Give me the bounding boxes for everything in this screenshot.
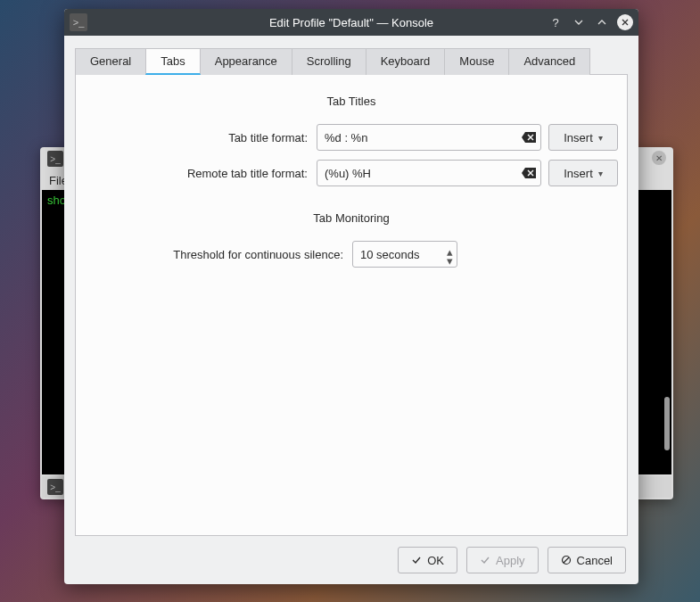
dialog-button-row: OK Apply Cancel: [64, 536, 638, 584]
ok-button[interactable]: OK: [398, 547, 457, 573]
minimize-button[interactable]: [571, 14, 587, 30]
dialog-titlebar[interactable]: >_ Edit Profile "Default" — Konsole ?: [64, 9, 638, 36]
label-tab-title-format: Tab title format:: [85, 131, 317, 144]
cancel-button-label: Cancel: [577, 554, 613, 567]
backspace-icon: [522, 168, 536, 178]
tab-general[interactable]: General: [75, 48, 146, 75]
row-tab-title-format: Tab title format: Insert ▾: [85, 124, 618, 151]
backspace-icon: [522, 132, 536, 143]
check-icon: [411, 555, 422, 565]
remote-tab-title-format-input[interactable]: [317, 160, 541, 186]
clear-tab-title-button[interactable]: [520, 128, 538, 146]
silence-threshold-value: 10 seconds: [360, 248, 447, 261]
insert-button-label: Insert: [564, 167, 593, 180]
tab-appearance[interactable]: Appearance: [200, 48, 292, 75]
tab-tabs[interactable]: Tabs: [145, 48, 200, 75]
cancel-icon: [561, 555, 572, 565]
chevron-down-icon: ▾: [598, 169, 603, 178]
tab-title-format-input-wrap: [317, 124, 541, 151]
close-button[interactable]: [617, 14, 633, 30]
maximize-button[interactable]: [594, 14, 610, 30]
section-title-tab-titles: Tab Titles: [85, 95, 618, 108]
row-silence-threshold: Threshold for continuous silence: 10 sec…: [85, 241, 618, 268]
tab-panel-tabs: Tab Titles Tab title format: Insert ▾ Re…: [75, 75, 628, 536]
label-silence-threshold: Threshold for continuous silence:: [85, 248, 352, 261]
ok-button-label: OK: [427, 554, 444, 567]
remote-tab-title-format-input-wrap: [317, 160, 541, 186]
bg-terminal-close-button[interactable]: ✕: [652, 151, 666, 165]
bg-terminal-scrollbar[interactable]: [664, 397, 670, 450]
help-button[interactable]: ?: [548, 14, 564, 30]
insert-remote-tab-title-button[interactable]: Insert ▾: [548, 160, 618, 186]
tab-title-format-input[interactable]: [317, 124, 541, 151]
edit-profile-dialog: >_ Edit Profile "Default" — Konsole ? Ge…: [64, 9, 638, 584]
tab-scrolling[interactable]: Scrolling: [292, 48, 366, 75]
label-remote-tab-title-format: Remote tab title format:: [85, 167, 317, 180]
insert-button-label: Insert: [564, 131, 593, 144]
check-icon: [480, 555, 490, 565]
terminal-tab-icon[interactable]: >_: [47, 479, 63, 495]
apply-button: Apply: [466, 547, 539, 573]
svg-line-1: [564, 557, 569, 563]
apply-button-label: Apply: [496, 554, 525, 567]
silence-threshold-spinbox[interactable]: 10 seconds ▴ ▾: [352, 241, 457, 268]
tab-advanced[interactable]: Advanced: [508, 48, 590, 75]
clear-remote-tab-title-button[interactable]: [520, 164, 538, 182]
tabbar-filler: [589, 48, 628, 75]
spinbox-down-button[interactable]: ▾: [447, 254, 453, 263]
tab-mouse[interactable]: Mouse: [444, 48, 509, 75]
spinbox-arrows: ▴ ▾: [447, 245, 453, 263]
terminal-icon: >_: [70, 13, 87, 31]
insert-tab-title-button[interactable]: Insert ▾: [548, 124, 618, 151]
dialog-tabbar: General Tabs Appearance Scrolling Keyboa…: [64, 36, 638, 75]
section-title-tab-monitoring: Tab Monitoring: [85, 211, 618, 225]
terminal-icon: >_: [47, 151, 63, 167]
tab-keyboard[interactable]: Keyboard: [366, 48, 446, 75]
spinbox-up-button[interactable]: ▴: [447, 245, 453, 254]
row-remote-tab-title-format: Remote tab title format: Insert ▾: [85, 160, 618, 186]
cancel-button[interactable]: Cancel: [548, 547, 626, 573]
chevron-down-icon: ▾: [598, 133, 603, 143]
